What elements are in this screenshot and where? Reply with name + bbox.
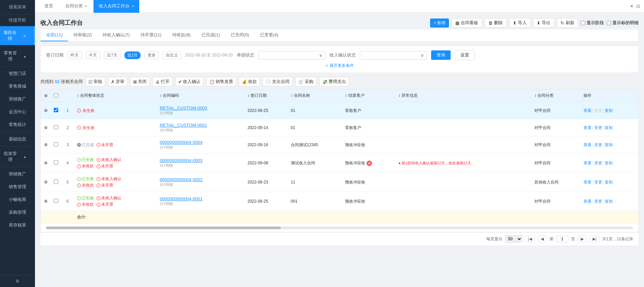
row-select-5[interactable] [54,179,58,184]
page-number-input[interactable] [556,236,568,242]
purchase-button[interactable]: 🛒 采购 [295,77,316,86]
table-scrollbar[interactable] [41,224,638,232]
row-select-3[interactable] [54,142,58,147]
table-checkbox-all[interactable] [51,89,61,102]
date-1month[interactable]: 近1月 [124,51,141,59]
show-detail-checkbox[interactable] [607,21,611,25]
sidebar-settings[interactable]: ⚙ [0,275,35,287]
row-checkbox-5[interactable] [51,173,61,192]
confirm-status-select[interactable]: ∨ [360,51,427,59]
row-checkbox-2[interactable] [51,119,61,136]
sidebar-item-retail_stats[interactable]: 零售统计 [0,118,35,131]
op-查看-button-3[interactable]: 查看 [583,142,592,147]
date-yesterday[interactable]: 昨天 [68,51,82,59]
sidebar-item-retail_mall[interactable]: 零售商城 [0,80,35,93]
sidebar-item-sales_mgmt[interactable]: 销售管理 [0,180,35,193]
row-select-4[interactable] [54,160,58,165]
tab-合同分类[interactable]: 合同分类× [60,0,92,13]
sidebar-item-marketing2[interactable]: 营销推广 [0,168,35,180]
refresh-button[interactable]: ↻ 刷新 [557,18,578,28]
status-tab-待开票[interactable]: 待开票(11) [135,29,167,41]
status-tab-待审核[interactable]: 待审核(2) [68,29,97,41]
op-复制-button-2[interactable]: 复制 [605,125,613,130]
row-checkbox-3[interactable] [51,136,61,154]
op-复制-button-4[interactable]: 复制 [605,161,613,165]
show-detail-checkbox-label[interactable]: 显示标的明细 [607,20,639,26]
sidebar-search[interactable]: 搜索菜单 [0,0,35,14]
status-tab-已关闭[interactable]: 已关闭(0) [225,29,255,41]
date-more[interactable]: 更多 [145,51,159,59]
delete-button[interactable]: 🗑 删除 [485,18,506,28]
row-code-link-4[interactable]: 0000000000004-0003 [160,158,202,163]
row-settings-4[interactable]: ⚙ [41,154,51,173]
op-复制-button-1[interactable]: 复制 [605,108,613,113]
sidebar-item-retail_mgmt[interactable]: 零售管理▲ [0,47,35,66]
sidebar-item-xiaochangec[interactable]: 小畅电商 [0,193,35,206]
confirm-income-button[interactable]: ✔ 收入确认 [175,77,203,86]
maximize-window-icon[interactable]: ⊡ [636,4,640,9]
page-next-button[interactable]: ▶ [578,236,587,242]
op-变更-button-3[interactable]: 变更 [594,142,602,147]
row-select-6[interactable] [54,199,58,203]
add-button[interactable]: + 新增 [430,18,449,28]
print-button[interactable]: 🖨 打开 [152,77,173,86]
op-变更-button-2[interactable]: 变更 [594,125,602,130]
export-button[interactable]: ⬇ 导出 [533,18,554,28]
op-查看-button-5[interactable]: 查看 [583,180,592,184]
row-code-link-6[interactable]: 0000000000004-0001 [160,196,202,201]
audit-button[interactable]: ☑ 审核 [85,77,105,86]
sidebar-item-wholesale[interactable]: 批发管理▲ [0,147,35,166]
sidebar-item-inventory[interactable]: 库存核算 [0,219,35,232]
row-checkbox-1[interactable] [51,102,61,119]
abandon-button[interactable]: ✗ 弃审 [108,77,127,86]
close-contract-button[interactable]: ⊠ 关闭 [130,77,150,86]
out-contract-button[interactable]: 📄 支出合同 [263,77,293,86]
op-查看-button-6[interactable]: 查看 [583,199,592,204]
sidebar-item-smart_store[interactable]: 智慧门店 [0,67,35,80]
search-button[interactable]: 查询 [431,50,451,60]
op-变更-button-4[interactable]: 变更 [594,161,602,165]
row-checkbox-6[interactable] [51,192,61,211]
op-变更-button-6[interactable]: 变更 [594,199,602,204]
import-button[interactable]: ⬆ 导入 [509,18,530,28]
status-tab-已变更[interactable]: 已变更(4) [255,29,284,41]
op-复制-button-3[interactable]: 复制 [605,142,613,147]
expand-filter-button[interactable]: ∨ 展开更多条件 [325,63,354,69]
op-查看-button-4[interactable]: 查看 [583,161,592,165]
sidebar-item-base_info[interactable]: 基础信息 [0,133,35,146]
tab-close-icon[interactable]: × [131,4,134,8]
row-settings-2[interactable]: ⚙ [41,119,51,136]
invoice-button[interactable]: 📋 销售发票 [206,77,236,86]
row-select-2[interactable] [54,125,58,129]
date-custom[interactable]: 自定义 [163,51,181,59]
page-last-button[interactable]: ▶| [590,236,600,242]
row-settings-3[interactable]: ⚙ [41,136,51,154]
status-tab-全部[interactable]: 全部(11) [41,29,68,41]
show-fields-checkbox-label[interactable]: 显示阶段 [581,20,604,26]
status-tab-待收款[interactable]: 待收款(8) [167,29,196,41]
tab-收入合同工作台[interactable]: 收入合同工作台× [93,0,139,13]
sidebar-nav[interactable]: 快捷导航 [0,14,35,26]
row-code-link-3[interactable]: 0000000000004-0004 [160,140,202,145]
sidebar-item-marketing[interactable]: 营销推广 [0,93,35,106]
row-settings-5[interactable]: ⚙ [41,173,51,192]
sidebar-item-project[interactable]: 项目合同◀ [0,26,35,45]
select-all-checkbox[interactable] [54,93,58,97]
row-settings-1[interactable]: ⚙ [41,102,51,119]
row-checkbox-4[interactable] [51,154,61,173]
status-tab-待收入确认[interactable]: 待收入确认(7) [97,29,135,41]
row-code-link-1[interactable]: RETAIL_CUSTOM-0003 [160,106,207,111]
kanban-button[interactable]: ▦ 合同看板 [452,18,482,28]
close-window-icon[interactable]: ✕ [630,4,634,9]
payment-button[interactable]: 💰 收款 [239,77,260,86]
table-settings-col[interactable]: ⚙ [41,89,51,102]
row-code-link-5[interactable]: 0000000000004-0002 [160,177,202,182]
page-prev-button[interactable]: ◀ [538,236,547,242]
op-复制-button-6[interactable]: 复制 [605,199,613,204]
page-first-button[interactable]: |◀ [525,236,535,242]
tab-首页[interactable]: 首页 [39,0,59,13]
row-code-link-2[interactable]: RETAIL_CUSTOM-0001 [160,123,207,128]
sidebar-item-purchase[interactable]: 采购管理 [0,206,35,219]
status-tab-已完成[interactable]: 已完成(1) [196,29,225,41]
row-select-1[interactable] [54,108,58,112]
